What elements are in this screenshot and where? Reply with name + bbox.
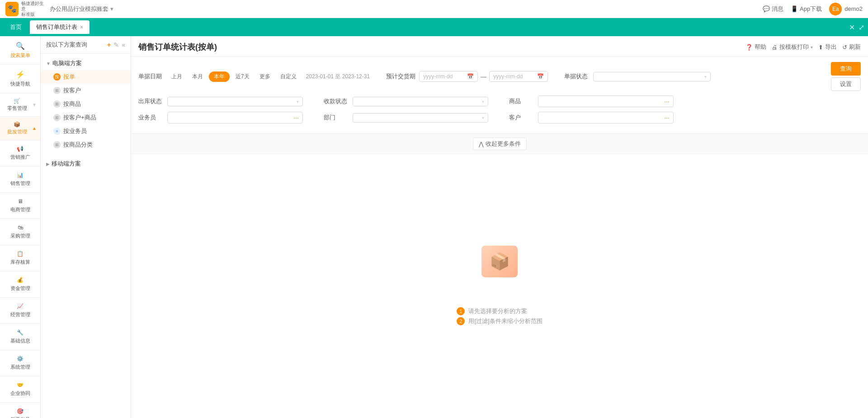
filter-bill-status-item: 单据状态 ▾ bbox=[564, 72, 711, 81]
calendar-end-icon: 📅 bbox=[537, 73, 544, 80]
date-tab-thisyear[interactable]: 本年 bbox=[209, 71, 230, 82]
collapse-panel-button[interactable]: « bbox=[122, 41, 125, 48]
tab-home[interactable]: 首页 bbox=[4, 20, 28, 34]
sidebar-item-search[interactable]: 🔍 搜索菜单 bbox=[0, 36, 40, 65]
date-tab-thismonth[interactable]: 本月 bbox=[188, 71, 207, 82]
message-icon: 💬 bbox=[763, 5, 770, 12]
empty-box-illustration bbox=[481, 246, 518, 277]
tree-child-by-bill[interactable]: 按 按单 bbox=[41, 70, 131, 84]
add-scheme-button[interactable]: + bbox=[107, 41, 111, 48]
user-menu-button[interactable]: Ea demo2 bbox=[829, 3, 863, 15]
tree-child-by-customer[interactable]: ⊞ 按客户 bbox=[41, 84, 131, 97]
filter-salesman-item: 业务员 ··· bbox=[138, 112, 303, 124]
operation-icon: 📈 bbox=[17, 303, 24, 309]
refresh-icon: ↺ bbox=[842, 44, 847, 51]
page-title: 销售订单统计表(按单) bbox=[138, 42, 217, 52]
message-button[interactable]: 💬 消息 bbox=[763, 5, 783, 13]
category-scheme-icon: ⊞ bbox=[53, 141, 61, 148]
date-tab-7days[interactable]: 近7天 bbox=[231, 71, 254, 82]
date-tab-lastmonth[interactable]: 上月 bbox=[167, 71, 186, 82]
basic-icon: 🔧 bbox=[17, 329, 24, 336]
tab-close-icon[interactable]: × bbox=[80, 24, 83, 30]
window-close-icon[interactable]: ✕ bbox=[849, 23, 855, 32]
sidebar-item-basic[interactable]: 🔧 基础信息 bbox=[0, 324, 40, 350]
collapse-up-icon: ⋀ bbox=[479, 141, 484, 147]
tree-child-by-category[interactable]: ⊞ 按商品分类 bbox=[41, 138, 131, 152]
ship-status-select[interactable]: ▾ bbox=[167, 97, 303, 106]
tree-child-by-goods[interactable]: ⊞ 按商品 bbox=[41, 97, 131, 111]
tree-child-by-customer-goods[interactable]: ⊞ 按客户+商品 bbox=[41, 111, 131, 124]
filter-dept-item: 部门 ▾ bbox=[324, 113, 488, 123]
help-button[interactable]: ❓ 帮助 bbox=[745, 43, 766, 51]
sidebar-item-purchase[interactable]: 🛍 采购管理 bbox=[0, 219, 40, 245]
print-button[interactable]: 🖨 按模板打印 ▾ bbox=[772, 43, 813, 51]
edit-scheme-button[interactable]: ✎ bbox=[113, 41, 119, 48]
customer-input[interactable]: ··· bbox=[538, 112, 674, 124]
sidebar-item-ecom[interactable]: 🖥 电商管理 bbox=[0, 193, 40, 219]
filter-date-item: 单据日期 上月 本月 本年 近7天 更多 自定义 2023-01-01 至 20… bbox=[138, 71, 370, 82]
corp-icon: 🤝 bbox=[17, 382, 24, 388]
expected-date-start-input[interactable]: yyyy-mm-dd 📅 bbox=[419, 71, 478, 82]
logo-icon: 🐾 bbox=[5, 2, 19, 16]
filter-row-2: 出库状态 ▾ 收款状态 ▾ 商品 bbox=[138, 95, 861, 107]
sidebar-item-operation[interactable]: 📈 经营管理 bbox=[0, 298, 40, 324]
main-layout: 🔍 搜索菜单 ⚡ 快捷导航 🛒 零售管理 ▼ 📦 批发管理 ▲ 📢 营销推广 bbox=[0, 36, 868, 418]
date-tab-more[interactable]: 更多 bbox=[255, 71, 274, 82]
settings-button[interactable]: 设置 bbox=[831, 77, 861, 91]
filter-row-3: 业务员 ··· 部门 ▾ 客户 bbox=[138, 112, 861, 124]
left-panel-header: 按以下方案查询 + ✎ « bbox=[41, 36, 131, 54]
collapse-button[interactable]: ⋀ 收起更多条件 bbox=[473, 138, 527, 150]
print-icon: 🖨 bbox=[772, 44, 778, 51]
goods-input[interactable]: ··· bbox=[538, 95, 674, 107]
logo-area: 🐾 畅捷通好生意 标准版 bbox=[5, 1, 46, 17]
sidebar-item-finance[interactable]: 💰 资金管理 bbox=[0, 271, 40, 298]
quicknav-icon: ⚡ bbox=[16, 70, 25, 79]
dept-select[interactable]: ▾ bbox=[353, 113, 488, 123]
tree-child-by-salesman[interactable]: ≡ 按业务员 bbox=[41, 124, 131, 138]
date-tab-custom[interactable]: 自定义 bbox=[276, 71, 301, 82]
breadcrumb: 办公用品行业模拟账套 ▾ bbox=[50, 5, 759, 13]
finance-icon: 💰 bbox=[17, 277, 24, 283]
refresh-button[interactable]: ↺ 刷新 bbox=[842, 43, 861, 51]
sidebar-item-quicknav[interactable]: ⚡ 快捷导航 bbox=[0, 65, 40, 93]
sidebar-item-newbie[interactable]: 🎯 新手引导 bbox=[0, 403, 40, 418]
salesman-input[interactable]: ··· bbox=[167, 112, 303, 124]
wholesale-icon: 📦 bbox=[14, 121, 20, 128]
app-download-button[interactable]: 📱 App下载 bbox=[791, 5, 822, 13]
page-header: 销售订单统计表(按单) ❓ 帮助 🖨 按模板打印 ▾ ⬆ 导出 bbox=[131, 36, 868, 57]
system-icon: ⚙️ bbox=[17, 356, 24, 362]
sidebar-item-inventory[interactable]: 📋 库存核算 bbox=[0, 245, 40, 271]
tree-expand-icon: ▼ bbox=[46, 61, 51, 66]
sidebar-item-corp[interactable]: 🤝 企业协同 bbox=[0, 376, 40, 403]
filter-expected-date-item: 预计交货期 yyyy-mm-dd 📅 — yyyy-mm-dd 📅 bbox=[386, 71, 548, 82]
mobile-expand-icon: ▶ bbox=[46, 162, 50, 166]
export-button[interactable]: ⬆ 导出 bbox=[818, 43, 837, 51]
top-right: 💬 消息 📱 App下载 Ea demo2 bbox=[763, 3, 863, 15]
salesman-scheme-icon: ≡ bbox=[53, 128, 61, 135]
tree-section-pc: ▼ 电脑端方案 按 按单 ⊞ 按客户 ⊞ 按商品 ⊞ 按客户+商品 bbox=[41, 54, 131, 154]
print-dropdown-icon[interactable]: ▾ bbox=[811, 45, 813, 50]
tree-parent-pc[interactable]: ▼ 电脑端方案 bbox=[41, 57, 131, 70]
right-main: 销售订单统计表(按单) ❓ 帮助 🖨 按模板打印 ▾ ⬆ 导出 bbox=[131, 36, 868, 418]
expected-date-end-input[interactable]: yyyy-mm-dd 📅 bbox=[489, 71, 548, 82]
breadcrumb-dropdown-icon[interactable]: ▾ bbox=[110, 5, 113, 12]
retail-arrow-icon: ▼ bbox=[32, 102, 37, 107]
retail-icon: 🛒 bbox=[14, 98, 20, 104]
sidebar-item-system[interactable]: ⚙️ 系统管理 bbox=[0, 350, 40, 376]
filter-goods-item: 商品 ··· bbox=[509, 95, 674, 107]
newbie-icon: 🎯 bbox=[17, 408, 24, 414]
tip-num-1: 1 bbox=[457, 307, 465, 315]
bill-status-select[interactable]: ▾ bbox=[593, 72, 711, 81]
sidebar-item-marketing[interactable]: 📢 营销推广 bbox=[0, 140, 40, 166]
sidebar-item-sales[interactable]: 📊 销售管理 bbox=[0, 166, 40, 193]
collapse-row: ⋀ 收起更多条件 bbox=[131, 134, 868, 154]
sidebar-item-retail[interactable]: 🛒 零售管理 ▼ bbox=[0, 93, 40, 117]
tab-sales-stats[interactable]: 销售订单统计表 × bbox=[30, 20, 90, 34]
sidebar-item-wholesale[interactable]: 📦 批发管理 ▲ bbox=[0, 117, 40, 140]
query-button[interactable]: 查询 bbox=[831, 62, 861, 76]
tree-parent-mobile[interactable]: ▶ 移动端方案 bbox=[41, 157, 131, 171]
window-maximize-icon[interactable]: ⤢ bbox=[859, 23, 864, 32]
recv-status-select[interactable]: ▾ bbox=[353, 97, 488, 106]
date-input-wrap: yyyy-mm-dd 📅 — yyyy-mm-dd 📅 bbox=[419, 71, 548, 82]
query-buttons: 查询 设置 bbox=[831, 62, 861, 91]
